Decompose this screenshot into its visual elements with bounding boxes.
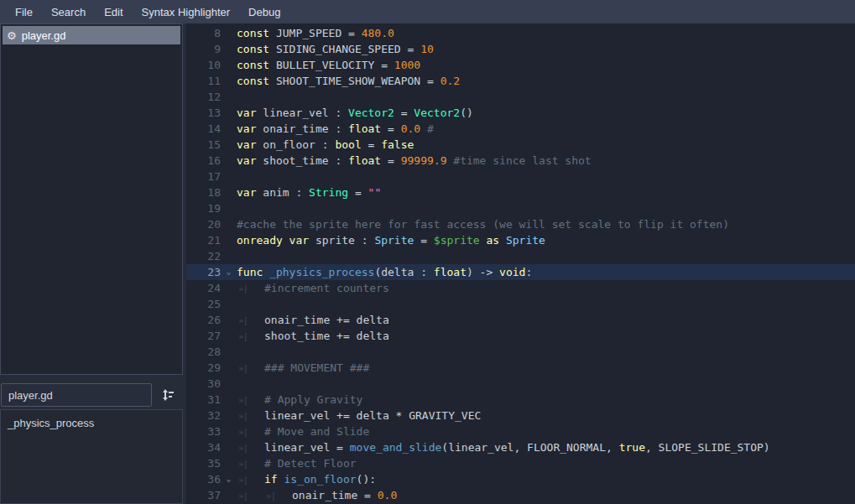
code-line[interactable]: 25 bbox=[186, 296, 855, 312]
script-icon: ⚙ bbox=[7, 30, 17, 41]
fold-arrow-icon[interactable]: ⌄ bbox=[221, 471, 237, 487]
line-number: 18 bbox=[186, 184, 221, 200]
line-number: 24 bbox=[186, 280, 221, 296]
code-line[interactable]: 8const JUMP_SPEED = 480.0 bbox=[186, 25, 855, 41]
fold-gutter bbox=[221, 344, 237, 360]
line-number: 33 bbox=[186, 423, 221, 439]
line-number: 28 bbox=[186, 344, 221, 360]
menu-edit[interactable]: Edit bbox=[96, 3, 131, 22]
tab-marker: »| bbox=[237, 424, 264, 440]
member-list-panel[interactable]: _physics_process bbox=[0, 409, 183, 504]
menu-search[interactable]: Search bbox=[43, 3, 94, 22]
line-number: 19 bbox=[186, 200, 221, 216]
fold-gutter bbox=[221, 169, 237, 184]
code-text: var anim : String = "" bbox=[237, 184, 855, 200]
code-line[interactable]: 18var anim : String = "" bbox=[186, 184, 855, 200]
fold-gutter bbox=[221, 423, 237, 439]
code-line[interactable]: 27»|shoot_time += delta bbox=[186, 328, 855, 344]
line-number: 23 bbox=[186, 264, 221, 280]
fold-gutter bbox=[221, 41, 237, 57]
line-number: 22 bbox=[186, 248, 221, 264]
fold-gutter bbox=[221, 439, 237, 455]
fold-gutter bbox=[221, 487, 237, 503]
code-text: »|### MOVEMENT ### bbox=[237, 360, 855, 376]
code-text: const BULLET_VELOCITY = 1000 bbox=[237, 57, 855, 73]
code-line[interactable]: 15var on_floor : bool = false bbox=[186, 137, 855, 153]
menu-debug[interactable]: Debug bbox=[240, 3, 289, 22]
line-number: 14 bbox=[186, 121, 221, 137]
line-number: 31 bbox=[186, 392, 221, 408]
script-name-field[interactable] bbox=[1, 383, 152, 407]
code-text: »|onair_time += delta bbox=[237, 312, 855, 328]
code-line[interactable]: 11const SHOOT_TIME_SHOW_WEAPON = 0.2 bbox=[186, 73, 855, 89]
code-line[interactable]: 35»|# Detect Floor bbox=[186, 455, 855, 471]
fold-gutter bbox=[221, 392, 237, 408]
code-text bbox=[237, 344, 855, 360]
line-number: 9 bbox=[186, 41, 221, 57]
code-line[interactable]: 21onready var sprite : Sprite = $sprite … bbox=[186, 232, 855, 248]
tab-marker: »| bbox=[237, 329, 264, 345]
line-number: 32 bbox=[186, 408, 221, 423]
code-text: var shoot_time : float = 99999.9 #time s… bbox=[237, 153, 855, 169]
fold-gutter bbox=[221, 248, 237, 264]
tab-marker: »| bbox=[264, 488, 292, 504]
line-number: 10 bbox=[186, 57, 221, 73]
code-line[interactable]: 32»|linear_vel += delta * GRAVITY_VEC bbox=[186, 408, 855, 423]
fold-gutter bbox=[221, 280, 237, 296]
code-line[interactable]: 20#cache the sprite here for fast access… bbox=[186, 216, 855, 232]
fold-gutter bbox=[221, 89, 237, 105]
tab-marker: »| bbox=[237, 488, 264, 504]
tab-marker: »| bbox=[237, 281, 264, 297]
code-text bbox=[237, 89, 855, 105]
code-line[interactable]: 12 bbox=[186, 89, 855, 105]
line-number: 26 bbox=[186, 312, 221, 328]
menu-syntax-highlighter[interactable]: Syntax Highlighter bbox=[133, 3, 239, 22]
tab-marker: »| bbox=[237, 392, 264, 408]
code-line[interactable]: 24»|#increment counters bbox=[186, 280, 855, 296]
fold-arrow-icon[interactable]: ⌄ bbox=[221, 264, 237, 280]
tab-marker: »| bbox=[237, 440, 264, 456]
code-line[interactable]: 36⌄»|if is_on_floor(): bbox=[186, 471, 855, 487]
code-line[interactable]: 19 bbox=[186, 200, 855, 216]
code-line[interactable]: 26»|onair_time += delta bbox=[186, 312, 855, 328]
code-text bbox=[237, 169, 855, 184]
line-number: 16 bbox=[186, 153, 221, 169]
member-list-item[interactable]: _physics_process bbox=[1, 413, 182, 432]
fold-gutter bbox=[221, 296, 237, 312]
menu-file[interactable]: File bbox=[7, 3, 41, 22]
code-text: »|shoot_time += delta bbox=[237, 328, 855, 344]
fold-gutter bbox=[221, 153, 237, 169]
code-text bbox=[237, 200, 855, 216]
line-number: 27 bbox=[186, 328, 221, 344]
sort-members-button[interactable] bbox=[155, 385, 180, 405]
code-line[interactable]: 10const BULLET_VELOCITY = 1000 bbox=[186, 57, 855, 73]
fold-gutter bbox=[221, 376, 237, 392]
code-line[interactable]: 33»|# Move and Slide bbox=[186, 423, 855, 439]
code-line[interactable]: 29»|### MOVEMENT ### bbox=[186, 360, 855, 376]
tab-marker: »| bbox=[237, 408, 264, 424]
code-text: var onair_time : float = 0.0 # bbox=[237, 121, 855, 137]
code-line[interactable]: 16var shoot_time : float = 99999.9 #time… bbox=[186, 153, 855, 169]
code-text: »|#increment counters bbox=[237, 280, 855, 296]
code-line[interactable]: 31»|# Apply Gravity bbox=[186, 392, 855, 408]
fold-gutter bbox=[221, 328, 237, 344]
code-line[interactable]: 37»|»|onair_time = 0.0 bbox=[186, 487, 855, 503]
code-line[interactable]: 23⌄func _physics_process(delta : float) … bbox=[186, 264, 855, 280]
code-line[interactable]: 22 bbox=[186, 248, 855, 264]
line-number: 36 bbox=[186, 471, 221, 487]
script-list-panel[interactable]: ⚙ player.gd bbox=[0, 23, 183, 375]
code-editor[interactable]: 8const JUMP_SPEED = 480.09const SIDING_C… bbox=[186, 23, 855, 504]
code-line[interactable]: 14var onair_time : float = 0.0 # bbox=[186, 121, 855, 137]
script-list-item-player[interactable]: ⚙ player.gd bbox=[3, 26, 180, 44]
code-line[interactable]: 9const SIDING_CHANGE_SPEED = 10 bbox=[186, 41, 855, 57]
code-text: onready var sprite : Sprite = $sprite as… bbox=[237, 232, 855, 248]
tab-marker: »| bbox=[237, 456, 264, 472]
code-line[interactable]: 28 bbox=[186, 344, 855, 360]
code-line[interactable]: 17 bbox=[186, 169, 855, 184]
code-text: const SHOOT_TIME_SHOW_WEAPON = 0.2 bbox=[237, 73, 855, 89]
code-line[interactable]: 30 bbox=[186, 376, 855, 392]
code-line[interactable]: 34»|linear_vel = move_and_slide(linear_v… bbox=[186, 439, 855, 455]
tab-marker: »| bbox=[237, 313, 264, 329]
fold-gutter bbox=[221, 360, 237, 376]
code-line[interactable]: 13var linear_vel : Vector2 = Vector2() bbox=[186, 105, 855, 121]
